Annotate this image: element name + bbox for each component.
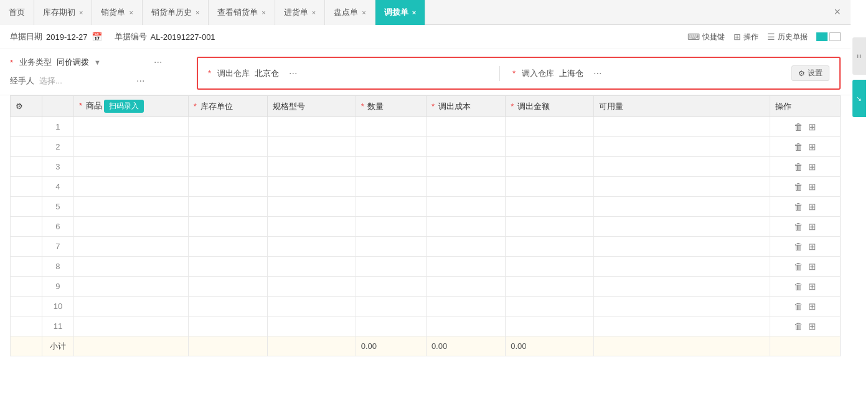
row-product-11[interactable] [73, 316, 188, 336]
tab-bar-close-all[interactable]: × [824, 6, 851, 19]
tab-transfer-order[interactable]: 调拨单 × [375, 0, 425, 25]
delete-icon-7[interactable]: 🗑 [794, 241, 803, 252]
copy-icon-2[interactable]: ⊞ [808, 141, 816, 153]
calendar-icon[interactable]: 📅 [92, 32, 102, 42]
row-unit-3[interactable] [188, 157, 267, 177]
target-warehouse-more[interactable]: ··· [593, 68, 601, 79]
tab-inventory-count-close[interactable]: × [362, 9, 366, 16]
tab-sales-order-close[interactable]: × [129, 9, 133, 16]
shortcut-btn[interactable]: ⌨ 快捷键 [687, 32, 725, 42]
row-avail-5[interactable] [593, 197, 770, 217]
row-qty-11[interactable] [356, 316, 426, 336]
delete-icon-3[interactable]: 🗑 [794, 161, 803, 172]
copy-icon-3[interactable]: ⊞ [808, 161, 816, 173]
row-qty-9[interactable] [356, 277, 426, 297]
business-type-select[interactable]: 同价调拨 ▼ [57, 57, 144, 68]
tab-transfer-order-close[interactable]: × [412, 9, 416, 16]
row-spec-10[interactable] [268, 297, 356, 316]
row-avail-11[interactable] [593, 316, 770, 336]
row-amount-1[interactable] [506, 117, 594, 137]
row-spec-4[interactable] [268, 177, 356, 197]
operation-btn[interactable]: ⊞ 操作 [734, 32, 758, 42]
handler-more[interactable]: ··· [136, 75, 144, 87]
delete-icon-4[interactable]: 🗑 [794, 181, 803, 192]
delete-icon-8[interactable]: 🗑 [794, 261, 803, 272]
row-product-5[interactable] [73, 197, 188, 217]
row-avail-2[interactable] [593, 137, 770, 157]
gear-icon[interactable]: ⚙ [16, 102, 23, 111]
row-qty-3[interactable] [356, 157, 426, 177]
delete-icon-11[interactable]: 🗑 [794, 321, 803, 331]
row-cost-3[interactable] [426, 157, 505, 177]
row-qty-8[interactable] [356, 257, 426, 277]
row-unit-1[interactable] [188, 117, 267, 137]
copy-icon-11[interactable]: ⊞ [808, 321, 816, 332]
row-qty-2[interactable] [356, 137, 426, 157]
row-spec-2[interactable] [268, 137, 356, 157]
row-product-9[interactable] [73, 277, 188, 297]
row-cost-11[interactable] [426, 316, 505, 336]
view-toggle[interactable] [816, 32, 841, 41]
note-sidebar-btn[interactable]: ≡ [852, 37, 866, 75]
row-spec-1[interactable] [268, 117, 356, 137]
delete-icon-1[interactable]: 🗑 [794, 121, 803, 132]
tab-purchase-order-close[interactable]: × [312, 9, 316, 16]
row-cost-4[interactable] [426, 177, 505, 197]
handler-select[interactable]: 选择... [39, 75, 126, 87]
row-cost-8[interactable] [426, 257, 505, 277]
copy-icon-9[interactable]: ⊞ [808, 281, 816, 292]
row-spec-9[interactable] [268, 277, 356, 297]
row-amount-11[interactable] [506, 316, 594, 336]
row-avail-7[interactable] [593, 237, 770, 257]
row-unit-6[interactable] [188, 217, 267, 237]
row-amount-9[interactable] [506, 277, 594, 297]
row-product-7[interactable] [73, 237, 188, 257]
delete-icon-6[interactable]: 🗑 [794, 221, 803, 232]
tab-sales-order[interactable]: 销货单 × [92, 0, 142, 25]
row-unit-8[interactable] [188, 257, 267, 277]
row-unit-9[interactable] [188, 277, 267, 297]
row-qty-5[interactable] [356, 197, 426, 217]
row-unit-7[interactable] [188, 237, 267, 257]
row-product-1[interactable] [73, 117, 188, 137]
history-btn[interactable]: ☰ 历史单据 [767, 32, 808, 42]
delete-icon-9[interactable]: 🗑 [794, 281, 803, 292]
row-unit-4[interactable] [188, 177, 267, 197]
copy-icon-10[interactable]: ⊞ [808, 301, 816, 312]
row-spec-6[interactable] [268, 217, 356, 237]
copy-icon-1[interactable]: ⊞ [808, 121, 816, 133]
row-unit-11[interactable] [188, 316, 267, 336]
row-qty-1[interactable] [356, 117, 426, 137]
row-spec-7[interactable] [268, 237, 356, 257]
row-cost-10[interactable] [426, 297, 505, 316]
copy-icon-6[interactable]: ⊞ [808, 221, 816, 232]
export-sidebar-btn[interactable]: ↗ [852, 80, 866, 117]
row-product-3[interactable] [73, 157, 188, 177]
settings-button[interactable]: ⚙ 设置 [791, 65, 829, 81]
tab-purchase-order[interactable]: 进货单 × [275, 0, 325, 25]
row-product-2[interactable] [73, 137, 188, 157]
row-avail-6[interactable] [593, 217, 770, 237]
row-avail-10[interactable] [593, 297, 770, 316]
row-cost-5[interactable] [426, 197, 505, 217]
row-amount-7[interactable] [506, 237, 594, 257]
row-cost-7[interactable] [426, 237, 505, 257]
tab-inventory-init-close[interactable]: × [79, 9, 83, 16]
copy-icon-5[interactable]: ⊞ [808, 201, 816, 212]
row-qty-4[interactable] [356, 177, 426, 197]
tab-view-sales-close[interactable]: × [262, 9, 265, 16]
source-warehouse-value[interactable]: 北京仓 [255, 68, 279, 79]
row-spec-3[interactable] [268, 157, 356, 177]
tab-inventory-count[interactable]: 盘点单 × [325, 0, 375, 25]
row-amount-2[interactable] [506, 137, 594, 157]
row-qty-6[interactable] [356, 217, 426, 237]
row-qty-7[interactable] [356, 237, 426, 257]
row-amount-10[interactable] [506, 297, 594, 316]
tab-sales-history[interactable]: 销货单历史 × [143, 0, 209, 25]
tab-inventory-init[interactable]: 库存期初 × [34, 0, 92, 25]
date-value[interactable]: 2019-12-27 [46, 32, 88, 42]
tab-sales-history-close[interactable]: × [196, 9, 199, 16]
row-cost-2[interactable] [426, 137, 505, 157]
business-type-more[interactable]: ··· [154, 57, 162, 68]
row-spec-8[interactable] [268, 257, 356, 277]
